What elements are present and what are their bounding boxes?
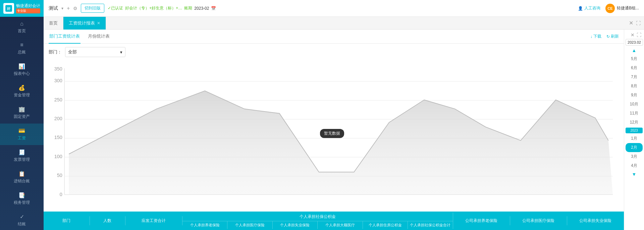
avatar: CE [605, 4, 615, 13]
help-icon: 👤 [578, 6, 583, 11]
header-dropdown-icon[interactable]: ▾ [61, 6, 63, 11]
sidebar-nav: ⌂ 首页 ≡ 总账 📊 报表中心 💰 资金管理 🏢 固定资产 💳 工资 🧾 发票… [0, 17, 44, 230]
svg-text:250: 250 [54, 97, 62, 102]
user-name: 轻捷通B组... [617, 5, 639, 11]
chart-tooltip: 暂无数据 [320, 129, 344, 138]
sidebar-item-funds[interactable]: 💰 资金管理 [0, 81, 44, 102]
certified-tag: ✓已认证 [108, 5, 123, 11]
user-menu[interactable]: CE 轻捷通B组... [605, 4, 639, 13]
col-major-medical-personal: 个人承担大额医疗 [318, 221, 363, 229]
month-7[interactable]: 7月 [624, 73, 644, 82]
header-tags: ✓已认证 好会计（专）+好生意（标）+… 账期 2023-02 📅 [108, 5, 575, 11]
download-button[interactable]: ↓ 下载 [590, 34, 601, 39]
department-select[interactable]: 全部 ▾ [65, 47, 125, 57]
tabs-bar: 首页 工资统计报表 ✕ ✕ ⛶ [44, 17, 644, 30]
nav-up-icon[interactable]: ▲ [631, 47, 637, 54]
reports-icon: 📊 [18, 63, 25, 70]
sidebar-item-label: 进销台账 [14, 178, 30, 184]
help-button[interactable]: 👤 人工咨询 [578, 5, 600, 11]
month-2023-1[interactable]: 1月 [624, 134, 644, 143]
sidebar-item-ledger[interactable]: ≡ 总账 [0, 38, 44, 59]
group-header-personal: 个人承担社保公积金 [182, 213, 453, 221]
download-icon: ↓ [590, 34, 592, 39]
col-count: 人数 [90, 216, 125, 225]
header-title: 测试 [49, 5, 58, 11]
header-gear-icon[interactable]: ⚙ [73, 6, 77, 11]
home-icon: ⌂ [20, 21, 23, 27]
sub-tab-dept[interactable]: 部门工资统计表 [49, 30, 80, 44]
sub-tabs: 部门工资统计表 月份统计表 ↓ 下载 ↻ 刷新 [44, 30, 624, 44]
invoice-icon: 🧾 [18, 149, 25, 155]
tax-icon: 📑 [18, 192, 25, 198]
sidebar-item-label: 固定资产 [14, 114, 30, 120]
sidebar: 好 畅捷通好会计 专业版 ⌂ 首页 ≡ 总账 📊 报表中心 💰 资金管理 🏢 固… [0, 0, 44, 230]
sidebar-item-label: 发票管理 [14, 157, 30, 163]
right-panel: ✕ ⛶ ▲ 5月 6月 7月 8月 9月 10月 11月 12月 [624, 30, 644, 230]
month-12[interactable]: 12月 [624, 118, 644, 127]
month-5[interactable]: 5月 [624, 54, 644, 63]
sidebar-item-purchase[interactable]: 📋 进销台账 [0, 167, 44, 188]
sidebar-item-tax[interactable]: 📑 税务管理 [0, 188, 44, 210]
month-2023-2[interactable]: 2月 [626, 143, 643, 152]
funds-icon: 💰 [18, 85, 25, 91]
sidebar-item-reports[interactable]: 📊 报表中心 [0, 59, 44, 81]
chart-container: 0 50 100 150 200 250 300 350 [47, 64, 617, 208]
col-unemployment-company: 公司承担失业保险 [567, 216, 624, 225]
svg-text:100: 100 [54, 154, 62, 159]
month-2023-3[interactable]: 3月 [624, 152, 644, 161]
panel-expand-icon[interactable]: ⛶ [637, 32, 641, 38]
refresh-button[interactable]: ↻ 刷新 [606, 34, 619, 39]
months-2023: 1月 2月 3月 4月 [624, 134, 644, 170]
svg-text:200: 200 [54, 116, 62, 121]
sidebar-item-label: 结账 [18, 221, 26, 227]
col-total-personal: 个人承担社保公积金合计 [408, 221, 452, 229]
svg-text:0: 0 [60, 192, 62, 197]
calendar-icon[interactable]: 📅 [211, 6, 216, 11]
salary-icon: 💳 [18, 128, 25, 134]
panel-close-icon[interactable]: ✕ [631, 32, 635, 38]
sidebar-item-label: 首页 [18, 28, 26, 34]
switch-old-version-button[interactable]: 切到旧版 [81, 4, 104, 13]
month-6[interactable]: 6月 [624, 63, 644, 73]
header-add-button[interactable]: + [67, 5, 70, 11]
content-area: 首页 工资统计报表 ✕ ✕ ⛶ 部门工资统计表 月份统计表 [44, 17, 644, 230]
sidebar-item-assets[interactable]: 🏢 固定资产 [0, 102, 44, 124]
tab-expand-icon[interactable]: ⛶ [636, 20, 641, 26]
tab-close-icon[interactable]: ✕ [97, 21, 100, 26]
filter-label: 部门： [49, 49, 62, 55]
month-9[interactable]: 9月 [624, 91, 644, 100]
month-10[interactable]: 10月 [624, 100, 644, 109]
assets-icon: 🏢 [18, 106, 25, 112]
main-area: 测试 ▾ + ⚙ 切到旧版 ✓已认证 好会计（专）+好生意（标）+… 账期 20… [44, 0, 644, 230]
col-unemployment-personal: 个人承担失业保险 [273, 221, 318, 229]
sidebar-item-settlement[interactable]: ✓ 结账 [0, 210, 44, 230]
group-cells-personal: 个人承担养老保险 个人承担医疗保险 个人承担失业保险 个人承担大额医疗 [182, 221, 453, 229]
month-2023-4[interactable]: 4月 [624, 161, 644, 170]
tab-salary-report[interactable]: 工资统计报表 ✕ [63, 17, 106, 30]
sub-tab-monthly[interactable]: 月份统计表 [87, 30, 110, 44]
tab-home[interactable]: 首页 [44, 17, 63, 30]
select-chevron-icon: ▾ [120, 50, 122, 55]
month-8[interactable]: 8月 [624, 82, 644, 91]
header-right: 👤 人工咨询 CE 轻捷通B组... [578, 4, 639, 13]
logo-name: 畅捷通好会计 [16, 3, 40, 9]
nav-down-icon[interactable]: ▼ [631, 171, 637, 178]
col-medical-personal: 个人承担医疗保险 [227, 221, 272, 229]
svg-text:150: 150 [54, 135, 62, 140]
svg-text:350: 350 [54, 66, 62, 72]
period-value: 2023-02 [194, 6, 209, 11]
logo-badge: 专业版 [16, 8, 40, 13]
sidebar-item-invoice[interactable]: 🧾 发票管理 [0, 145, 44, 167]
refresh-icon: ↻ [606, 34, 610, 39]
tab-close-window-icon[interactable]: ✕ [629, 20, 633, 26]
month-11[interactable]: 11月 [624, 109, 644, 118]
panel-nav-up: ▲ [624, 46, 644, 54]
sidebar-item-home[interactable]: ⌂ 首页 [0, 17, 44, 38]
svg-text:300: 300 [54, 78, 62, 83]
col-dept: 部门 [44, 216, 90, 225]
header: 测试 ▾ + ⚙ 切到旧版 ✓已认证 好会计（专）+好生意（标）+… 账期 20… [44, 0, 644, 17]
year-month-input[interactable] [626, 39, 643, 46]
sidebar-item-salary[interactable]: 💳 工资 [0, 124, 44, 145]
svg-text:50: 50 [57, 173, 62, 178]
col-housing-fund-personal: 个人承担住房公积金 [363, 221, 408, 229]
